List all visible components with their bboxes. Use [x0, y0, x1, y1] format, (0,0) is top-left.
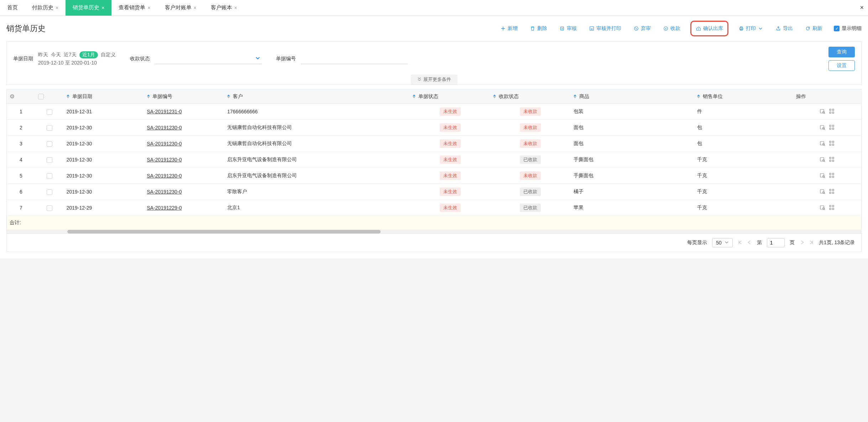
view-icon[interactable] [820, 140, 825, 147]
docno-link[interactable]: SA-20191231-0 [147, 109, 182, 114]
view-icon[interactable] [820, 124, 825, 131]
tab-home[interactable]: 首页 [0, 0, 25, 16]
docno-link[interactable]: SA-20191230-0 [147, 125, 182, 130]
date-range-display[interactable]: 2019-12-10 至 2020-01-10 [38, 60, 116, 66]
col-header-customer[interactable]: 客户 [224, 89, 410, 104]
docno-link[interactable]: SA-20191230-0 [147, 141, 182, 146]
col-header-pay-status[interactable]: 收款状态 [490, 89, 571, 104]
refresh-button[interactable]: 刷新 [803, 23, 825, 34]
close-all-tabs-icon[interactable]: × [860, 4, 864, 11]
more-icon[interactable] [829, 173, 835, 179]
export-button[interactable]: 导出 [773, 23, 795, 34]
close-icon[interactable]: × [56, 5, 58, 11]
date-quick-last7[interactable]: 近7天 [64, 52, 77, 58]
tab-customer-ledger[interactable]: 客户账本 × [204, 0, 244, 16]
settings-button[interactable]: 设置 [828, 60, 855, 71]
table-row: 6 2019-12-30 SA-20191230-0 零散客户 未生效 已收款 … [7, 184, 861, 200]
pager-nav-prev [738, 240, 752, 246]
collect-button[interactable]: ¥ 收款 [661, 23, 683, 34]
docno-link[interactable]: SA-20191230-0 [147, 189, 182, 195]
docno-link[interactable]: SA-20191230-0 [147, 157, 182, 163]
per-page-select[interactable]: 50 [712, 238, 733, 247]
delete-button[interactable]: 删除 [528, 23, 549, 34]
status-badge: 未收款 [520, 171, 541, 180]
checkbox-icon[interactable] [47, 157, 52, 163]
tab-view-sales-order[interactable]: 查看销货单 × [111, 0, 157, 16]
svg-rect-41 [832, 189, 834, 191]
more-icon[interactable] [829, 124, 835, 131]
checkbox-icon[interactable] [38, 94, 44, 99]
checkbox-icon[interactable] [47, 125, 52, 131]
svg-rect-42 [830, 192, 831, 194]
search-button[interactable]: 查询 [828, 47, 855, 57]
audit-button[interactable]: 审核 [557, 23, 579, 34]
date-quick-yesterday[interactable]: 昨天 [38, 52, 48, 58]
more-icon[interactable] [829, 189, 835, 195]
horizontal-scrollbar[interactable] [7, 230, 861, 233]
cell-date: 2019-12-30 [64, 136, 144, 152]
chevron-down-icon [255, 56, 260, 62]
print-button[interactable]: 打印 [736, 23, 765, 34]
date-quick-custom[interactable]: 自定义 [101, 52, 116, 58]
svg-rect-37 [832, 176, 834, 177]
col-header-doc-status[interactable]: 单据状态 [410, 89, 490, 104]
status-badge: 未生效 [440, 123, 461, 132]
new-button[interactable]: 新增 [498, 23, 520, 34]
last-page-icon[interactable] [809, 240, 814, 246]
checkbox-icon[interactable] [47, 141, 52, 147]
svg-text:¥: ¥ [665, 27, 666, 30]
close-icon[interactable]: × [101, 5, 104, 11]
first-page-icon[interactable] [738, 240, 743, 246]
prev-page-icon[interactable] [747, 240, 752, 246]
chevron-down-icon [725, 240, 729, 246]
col-header-settings[interactable]: ⚙ [7, 89, 35, 104]
docno-link[interactable]: SA-20191230-0 [147, 173, 182, 179]
more-icon[interactable] [829, 108, 835, 115]
svg-rect-6 [740, 27, 742, 28]
close-icon[interactable]: × [234, 5, 237, 11]
tab-payment-history[interactable]: 付款历史 × [25, 0, 66, 16]
more-icon[interactable] [829, 156, 835, 163]
col-header-unit[interactable]: 销售单位 [694, 89, 793, 104]
sort-icon [493, 94, 496, 98]
date-quick-last-month[interactable]: 近1月 [79, 51, 98, 58]
status-badge: 未生效 [440, 171, 461, 180]
next-page-icon[interactable] [800, 240, 805, 246]
docno-input[interactable] [301, 54, 408, 64]
checkbox-icon[interactable] [47, 205, 52, 211]
view-icon[interactable] [820, 173, 825, 179]
row-index: 2 [7, 120, 35, 136]
col-header-date[interactable]: 单据日期 [64, 89, 144, 104]
view-icon[interactable] [820, 156, 825, 163]
view-icon[interactable] [820, 205, 825, 211]
show-detail-toggle[interactable]: ✓ 显示明细 [834, 25, 862, 32]
col-header-checkbox[interactable] [35, 89, 64, 104]
view-icon[interactable] [820, 108, 825, 115]
view-icon[interactable] [820, 189, 825, 195]
col-header-docno[interactable]: 单据编号 [144, 89, 225, 104]
more-icon[interactable] [829, 140, 835, 147]
more-icon[interactable] [829, 205, 835, 211]
docno-link[interactable]: SA-20191229-0 [147, 205, 182, 211]
tab-sales-order-history[interactable]: 销货单历史 × [66, 0, 111, 16]
checkbox-icon[interactable] [47, 173, 52, 179]
pay-status-select[interactable] [155, 53, 262, 64]
tab-customer-statement[interactable]: 客户对账单 × [158, 0, 204, 16]
button-label: 新增 [508, 25, 518, 32]
scrollbar-thumb[interactable] [67, 230, 381, 233]
date-quick-today[interactable]: 今天 [51, 52, 61, 58]
confirm-outbound-button[interactable]: 确认出库 [690, 21, 728, 36]
docno-filter: 单据编号 [276, 54, 408, 64]
checkbox-icon[interactable] [47, 189, 52, 195]
col-header-ops: 操作 [793, 89, 861, 104]
col-header-product[interactable]: 商品 [571, 89, 694, 104]
page-input[interactable] [767, 238, 785, 247]
unaudit-button[interactable]: 弃审 [631, 23, 653, 34]
checkbox-icon[interactable] [47, 109, 52, 115]
close-icon[interactable]: × [147, 5, 150, 11]
expand-filters-button[interactable]: 展开更多条件 [411, 74, 457, 84]
cell-unit: 包 [694, 120, 793, 136]
close-icon[interactable]: × [194, 5, 197, 11]
audit-print-button[interactable]: 审核并打印 [587, 23, 623, 34]
pay-status-filter: 收款状态 [130, 53, 262, 64]
